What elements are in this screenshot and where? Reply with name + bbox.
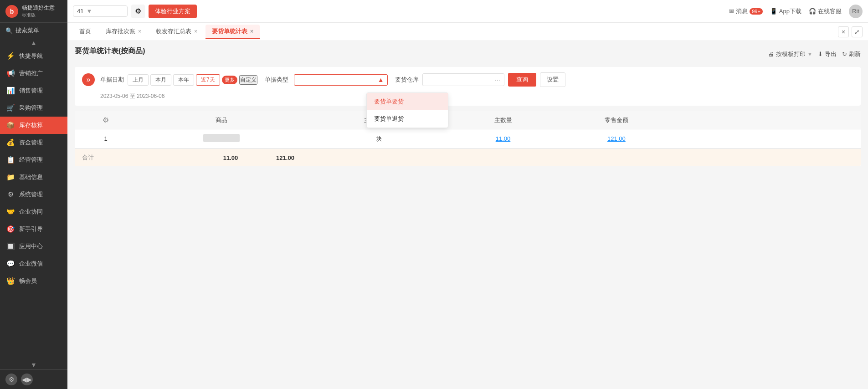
td-amount: 121.00 <box>555 129 678 148</box>
footer-label: 合计 <box>82 154 94 162</box>
settings-icon[interactable]: ⚙ <box>5 374 17 385</box>
set-btn[interactable]: 设置 <box>540 72 565 87</box>
sidebar-menu: ⚡ 快捷导航 📢 营销推广 📊 销售管理 🛒 采购管理 📦 库存核算 💰 资金管… <box>0 47 67 360</box>
sidebar-item-finance[interactable]: 💰 资金管理 <box>0 134 67 151</box>
sidebar-item-inventory[interactable]: 📦 库存核算 <box>0 117 67 134</box>
qty-link[interactable]: 11.00 <box>496 135 511 142</box>
company-selector[interactable]: 41 ▼ <box>73 5 128 17</box>
th-settings[interactable]: ⚙ <box>75 111 137 129</box>
sidebar-item-wechat[interactable]: 💬 企业微信 <box>0 255 67 272</box>
search-icon: 🔍 <box>5 27 13 34</box>
filter-bar: » 单据日期 上月 本月 本年 近7天 更多 自定义 单据类型 <box>75 67 861 106</box>
collapse-icon[interactable]: ◀▶ <box>21 374 33 385</box>
sidebar: b 畅捷通好生意 标准版 🔍 搜索菜单 ▲ ⚡ 快捷导航 📢 营销推广 📊 销售… <box>0 0 67 389</box>
tab-close-all-btn[interactable]: × <box>838 26 849 37</box>
warehouse-filter-label: 要货仓库 <box>395 76 419 84</box>
system-icon: ⚙ <box>5 190 15 199</box>
type-select-input[interactable] <box>294 74 388 86</box>
sidebar-item-app-center[interactable]: 🔲 应用中心 <box>0 238 67 255</box>
tab-expand-btn[interactable]: ⤢ <box>852 26 863 37</box>
td-product <box>137 129 306 148</box>
date-btn-7days[interactable]: 近7天 <box>196 74 220 86</box>
marketing-icon: 📢 <box>5 69 15 77</box>
filter-expand-btn[interactable]: » <box>82 73 95 86</box>
more-badge: 更多 <box>222 76 237 84</box>
sidebar-item-sales[interactable]: 📊 销售管理 <box>0 82 67 99</box>
topbar-left: 41 ▼ ⚙ 体验行业方案 <box>73 5 197 18</box>
date-options: 上月 本月 本年 近7天 更多 自定义 <box>128 74 257 86</box>
purchase-icon: 🛒 <box>5 104 15 112</box>
dropdown-item-order-return[interactable]: 要货单退货 <box>367 110 448 128</box>
members-icon: 👑 <box>5 277 15 285</box>
download-icon: 📱 <box>770 8 777 15</box>
footer-qty: 11.00 <box>203 154 258 161</box>
chevron-up-icon: ▲ <box>31 39 37 46</box>
export-btn[interactable]: ⬇ 导出 <box>818 50 837 58</box>
sidebar-item-quick-nav[interactable]: ⚡ 快捷导航 <box>0 47 67 65</box>
selector-arrow-icon: ▼ <box>86 8 92 15</box>
sales-icon: 📊 <box>5 87 15 95</box>
date-filter-label: 单据日期 <box>100 76 124 84</box>
sidebar-item-system[interactable]: ⚙ 系统管理 <box>0 186 67 203</box>
sidebar-scroll-up[interactable]: ▲ <box>0 38 67 47</box>
tab-close-batch[interactable]: × <box>138 28 141 35</box>
trial-btn[interactable]: 体验行业方案 <box>149 5 197 18</box>
topbar-settings-icon[interactable]: ⚙ <box>131 5 145 18</box>
page-toolbar: 🖨 按模板打印 ▼ ⬇ 导出 ↻ 刷新 <box>768 50 861 58</box>
footer-amount: 121.00 <box>258 154 313 161</box>
print-icon: 🖨 <box>768 51 774 57</box>
sidebar-item-members[interactable]: 👑 畅会员 <box>0 272 67 290</box>
refresh-btn[interactable]: ↻ 刷新 <box>842 50 861 58</box>
amount-link[interactable]: 121.00 <box>607 135 626 142</box>
tab-collection-summary[interactable]: 收发存汇总表 × <box>149 25 204 39</box>
enterprise-icon: 🤝 <box>5 208 15 216</box>
td-unit: 块 <box>307 129 452 148</box>
tab-home[interactable]: 首页 <box>73 25 98 39</box>
th-extra2 <box>770 111 861 129</box>
basic-icon: 📁 <box>5 173 15 181</box>
sidebar-item-enterprise[interactable]: 🤝 企业协同 <box>0 203 67 220</box>
page-content: 要货单统计表(按商品) 🖨 按模板打印 ▼ ⬇ 导出 ↻ 刷新 » <box>67 41 868 389</box>
print-btn[interactable]: 🖨 按模板打印 ▼ <box>768 50 812 58</box>
dropdown-item-order-goods[interactable]: 要货单要货 <box>367 93 448 110</box>
td-extra1 <box>678 129 770 148</box>
filter-row-1: 单据日期 上月 本月 本年 近7天 更多 自定义 单据类型 ▲ <box>100 72 853 87</box>
product-blur <box>203 134 240 142</box>
date-btn-custom[interactable]: 自定义 <box>239 75 257 85</box>
sidebar-search[interactable]: 🔍 搜索菜单 <box>0 23 67 38</box>
sidebar-item-purchase[interactable]: 🛒 采购管理 <box>0 99 67 117</box>
sidebar-item-guide[interactable]: 🎯 新手引导 <box>0 220 67 238</box>
date-btn-last-month[interactable]: 上月 <box>128 74 149 86</box>
online-service-btn[interactable]: 🎧 在线客服 <box>809 7 842 15</box>
td-extra2 <box>770 129 861 148</box>
tab-close-collection[interactable]: × <box>194 28 197 35</box>
table-row: 1 块 11.00 121.00 <box>75 129 861 148</box>
sidebar-item-operation[interactable]: 📋 经营管理 <box>0 151 67 169</box>
query-btn[interactable]: 查询 <box>508 73 536 87</box>
sidebar-item-marketing[interactable]: 📢 营销推广 <box>0 65 67 82</box>
type-filter-label: 单据类型 <box>265 76 288 84</box>
date-btn-this-year[interactable]: 本年 <box>173 74 194 86</box>
main-area: 41 ▼ ⚙ 体验行业方案 ✉ 消息 99+ 📱 App下载 🎧 在线客服 Ri… <box>67 0 868 389</box>
data-table-wrap: ⚙ 商品 主计量单位 主数量 零售金额 1 <box>75 111 861 166</box>
tab-order-summary[interactable]: 要货单统计表 × <box>205 25 260 39</box>
export-icon: ⬇ <box>818 51 823 57</box>
app-download-btn[interactable]: 📱 App下载 <box>770 7 801 15</box>
warehouse-select[interactable]: ··· <box>422 73 504 86</box>
message-btn[interactable]: ✉ 消息 99+ <box>729 7 763 15</box>
date-btn-this-month[interactable]: 本月 <box>150 74 171 86</box>
tab-close-order[interactable]: × <box>250 28 253 35</box>
table-footer: 合计 11.00 121.00 <box>75 148 861 166</box>
user-avatar[interactable]: Rit <box>849 5 863 18</box>
tab-batch-account[interactable]: 库存批次账 × <box>99 25 148 39</box>
th-extra1 <box>678 111 770 129</box>
tab-expand-area: × ⤢ <box>838 26 863 37</box>
wechat-icon: 💬 <box>5 260 15 268</box>
th-qty: 主数量 <box>452 111 555 129</box>
logo-icon: b <box>5 5 18 18</box>
sidebar-scroll-down[interactable]: ▼ <box>0 360 67 369</box>
sidebar-item-basic[interactable]: 📁 基础信息 <box>0 169 67 186</box>
print-arrow-icon: ▼ <box>807 51 812 57</box>
app-center-icon: 🔲 <box>5 242 15 251</box>
operation-icon: 📋 <box>5 156 15 164</box>
